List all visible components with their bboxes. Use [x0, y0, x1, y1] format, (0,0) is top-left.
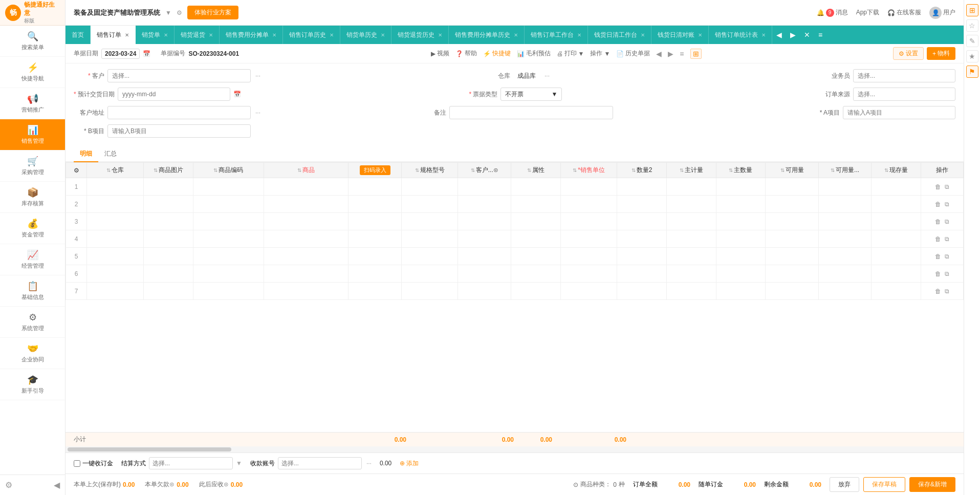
scan-input-btn[interactable]: 扫码录入 — [360, 165, 390, 175]
row-main-qty-7[interactable] — [716, 283, 766, 300]
print-btn[interactable]: 🖨 打印 ▼ — [557, 49, 584, 58]
tab-sales-invoice[interactable]: 销货单 ✕ — [136, 26, 175, 44]
row-warehouse-1[interactable] — [87, 178, 143, 196]
row-qty2-2[interactable] — [617, 196, 667, 213]
side-icon-5[interactable]: ⚑ — [966, 66, 978, 78]
sidebar-item-新手引导[interactable]: 🎓新手引导 — [0, 369, 65, 400]
row-main-qty-2[interactable] — [716, 196, 766, 213]
receipt-account-select[interactable] — [278, 457, 362, 469]
sidebar-item-快捷导航[interactable]: ⚡快捷导航 — [0, 57, 65, 88]
tab-cash-workbench[interactable]: 钱货日清工作台 ✕ — [588, 26, 651, 44]
row-spec-5[interactable] — [401, 248, 458, 265]
row-product-2[interactable] — [264, 196, 349, 213]
sidebar-item-企业协同[interactable]: 🤝企业协同 — [0, 338, 65, 369]
tab-cash-reconcile[interactable]: 钱货日清对账 ✕ — [651, 26, 709, 44]
row-product-7[interactable] — [264, 283, 349, 300]
tab-detail[interactable]: 明细 — [74, 146, 98, 162]
row-qty2-6[interactable] — [617, 265, 667, 283]
plan-button[interactable]: 体验行业方案 — [187, 6, 238, 19]
row-spec-7[interactable] — [401, 283, 458, 300]
row-attr-4[interactable] — [511, 230, 561, 248]
row-customer-no-1[interactable] — [458, 178, 511, 196]
row-spec-6[interactable] — [401, 265, 458, 283]
tab-home[interactable]: 首页 — [66, 26, 91, 44]
row-attr-6[interactable] — [511, 265, 561, 283]
row-product-code-6[interactable] — [193, 265, 264, 283]
help-btn[interactable]: ❓ 帮助 — [455, 49, 477, 58]
settings-icon[interactable]: ⚙ — [177, 9, 182, 16]
order-source-input[interactable] — [853, 88, 955, 101]
payment-method-select[interactable] — [149, 457, 233, 469]
delivery-date-input[interactable] — [118, 88, 230, 101]
b-project-input[interactable] — [107, 124, 251, 138]
row-sales-unit-2[interactable] — [560, 196, 617, 213]
date-value[interactable]: 2023-03-24 — [101, 49, 140, 59]
customer-addr-input[interactable] — [107, 106, 251, 119]
row-copy-icon-6[interactable]: ⧉ — [945, 270, 949, 277]
row-copy-icon-4[interactable]: ⧉ — [945, 235, 949, 243]
row-warehouse-3[interactable] — [87, 213, 143, 230]
row-product-4[interactable] — [264, 230, 349, 248]
side-icon-2[interactable]: ☆ — [966, 19, 978, 32]
a-project-input[interactable] — [843, 106, 955, 119]
row-main-qty-5[interactable] — [716, 248, 766, 265]
sidebar-item-库存核算[interactable]: 📦库存核算 — [0, 182, 65, 213]
row-sales-unit-4[interactable] — [560, 230, 617, 248]
row-sales-unit-5[interactable] — [560, 248, 617, 265]
tab-invoice-history[interactable]: 销货单历史 ✕ — [340, 26, 391, 44]
row-warehouse-4[interactable] — [87, 230, 143, 248]
scroll-bar[interactable] — [66, 446, 964, 453]
app-download-link[interactable]: App下载 — [856, 8, 879, 17]
salesperson-input[interactable] — [853, 69, 955, 82]
row-product-5[interactable] — [264, 248, 349, 265]
row-customer-no-5[interactable] — [458, 248, 511, 265]
row-qty2-5[interactable] — [617, 248, 667, 265]
notification-icon[interactable]: 🔔 9 消息 — [817, 8, 848, 17]
row-product-3[interactable] — [264, 213, 349, 230]
sidebar-collapse-icon[interactable]: ◀ — [54, 480, 60, 490]
customer-more-icon[interactable]: ··· — [255, 72, 260, 79]
sidebar-item-基础信息[interactable]: 📋基础信息 — [0, 275, 65, 307]
row-qty2-3[interactable] — [617, 213, 667, 230]
sidebar-item-资金管理[interactable]: 💰资金管理 — [0, 213, 65, 244]
tab-sales-return[interactable]: 销货退货 ✕ — [175, 26, 220, 44]
row-delete-icon-6[interactable]: 🗑 — [935, 270, 941, 277]
side-icon-3[interactable]: ✎ — [966, 35, 978, 47]
row-delete-icon-5[interactable]: 🗑 — [935, 253, 941, 260]
row-product-code-4[interactable] — [193, 230, 264, 248]
tab-invoice-history-close[interactable]: ✕ — [381, 32, 385, 38]
row-copy-icon-3[interactable]: ⧉ — [945, 218, 949, 225]
history-btn[interactable]: 📄 历史单据 — [616, 49, 650, 58]
row-attr-7[interactable] — [511, 283, 561, 300]
column-settings-icon[interactable]: ⚙ — [74, 167, 79, 174]
sidebar-settings-icon[interactable]: ⚙ — [5, 480, 12, 490]
row-product-code-7[interactable] — [193, 283, 264, 300]
add-payment-btn[interactable]: ⊕ 添加 — [400, 459, 419, 468]
row-product-code-3[interactable] — [193, 213, 264, 230]
row-warehouse-2[interactable] — [87, 196, 143, 213]
row-attr-2[interactable] — [511, 196, 561, 213]
tab-sales-fee-close[interactable]: ✕ — [272, 32, 276, 38]
sidebar-item-经营管理[interactable]: 📈经营管理 — [0, 244, 65, 275]
row-spec-1[interactable] — [401, 178, 458, 196]
row-copy-icon-1[interactable]: ⧉ — [945, 183, 949, 190]
tab-menu-btn[interactable]: ≡ — [814, 26, 826, 44]
tab-sales-order-close[interactable]: ✕ — [125, 32, 129, 38]
row-customer-no-7[interactable] — [458, 283, 511, 300]
tab-cash-reconcile-close[interactable]: ✕ — [698, 32, 702, 38]
tab-fee-history-close[interactable]: ✕ — [514, 32, 518, 38]
profit-btn[interactable]: 📊 毛利预估 — [517, 49, 551, 58]
one-click-order-checkbox[interactable]: 一键收订金 — [74, 459, 113, 468]
save-new-button[interactable]: 保存&新增 — [909, 477, 955, 492]
receipt-more-icon[interactable]: ··· — [366, 460, 372, 467]
row-product-code-2[interactable] — [193, 196, 264, 213]
row-delete-icon-3[interactable]: 🗑 — [935, 218, 941, 225]
view-btn[interactable]: ▶ 视频 — [431, 49, 449, 58]
row-delete-icon-7[interactable]: 🗑 — [935, 288, 941, 295]
row-delete-icon-2[interactable]: 🗑 — [935, 201, 941, 208]
sidebar-item-采购管理[interactable]: 🛒采购管理 — [0, 150, 65, 182]
row-main-qty-1[interactable] — [716, 178, 766, 196]
tab-cash-workbench-close[interactable]: ✕ — [641, 32, 645, 38]
nav-next-icon[interactable]: ▶ — [668, 50, 673, 58]
table-view-icon[interactable]: ⊞ — [690, 49, 702, 59]
